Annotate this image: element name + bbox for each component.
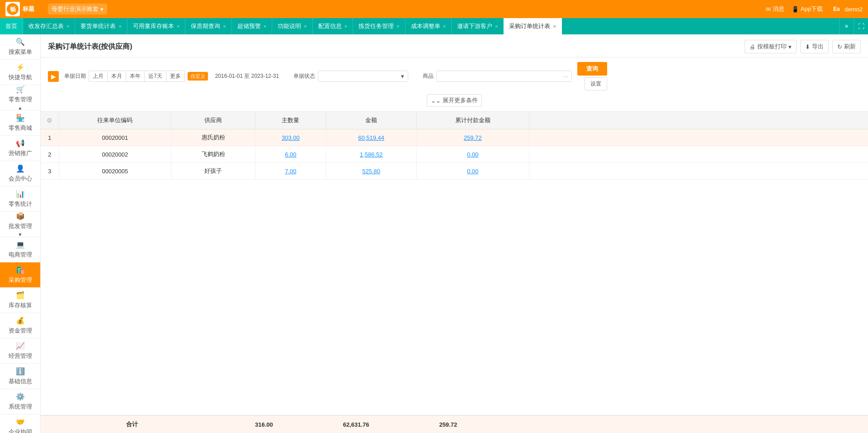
page-title: 采购订单统计表(按供应商) bbox=[48, 42, 132, 52]
cell-amount[interactable]: 1,586.52 bbox=[326, 146, 416, 163]
cell-qty[interactable]: 7.00 bbox=[255, 163, 326, 180]
retail-icon: 🛒 bbox=[16, 85, 25, 94]
sidebar-item-inventory[interactable]: 🗂️ 库存核算 bbox=[0, 288, 40, 313]
cell-amount[interactable]: 60,519.44 bbox=[326, 129, 416, 146]
username: demo2 bbox=[844, 6, 863, 13]
content-area: 采购订单统计表(按供应商) 🖨 按模板打印 ▾ ⬇ 导出 ↻ 刷新 bbox=[41, 34, 868, 433]
close-icon[interactable]: × bbox=[264, 24, 266, 29]
workspace-chevron: ▾ bbox=[100, 6, 104, 13]
close-tab-btn[interactable]: × bbox=[839, 18, 854, 34]
sidebar-item-system[interactable]: ⚙️ 系统管理 bbox=[0, 389, 40, 414]
date-btn-last-month[interactable]: 上月 bbox=[89, 71, 107, 82]
sidebar-search-label: 搜索菜单 bbox=[9, 48, 32, 56]
tab-baozhi[interactable]: 保质期查询 × bbox=[185, 18, 231, 34]
cell-qty[interactable]: 303.00 bbox=[255, 129, 326, 146]
workspace-selector[interactable]: 母婴行业演示账套 ▾ bbox=[48, 4, 107, 14]
refresh-icon: ↻ bbox=[837, 43, 842, 50]
date-btn-more[interactable]: 更多 bbox=[166, 71, 185, 82]
sidebar-item-quicknav[interactable]: ⚡ 快捷导航 bbox=[0, 60, 40, 85]
custom-date-tag[interactable]: 自定义 bbox=[188, 72, 208, 81]
fullscreen-btn[interactable]: ⛶ bbox=[854, 18, 868, 34]
sidebar-enterprise-label: 企业协同 bbox=[9, 428, 32, 433]
sidebar-item-members[interactable]: 👤 会员中心 bbox=[0, 161, 40, 186]
query-btn[interactable]: 查询 bbox=[577, 62, 607, 76]
date-btn-this-year[interactable]: 本年 bbox=[126, 71, 144, 82]
cell-paid[interactable]: 0.00 bbox=[416, 146, 529, 163]
close-icon[interactable]: × bbox=[344, 24, 347, 29]
tab-shofazun[interactable]: 收发存汇总表 × bbox=[23, 18, 75, 34]
sidebar-item-finance[interactable]: 💰 资金管理 bbox=[0, 313, 40, 338]
sidebar-item-search[interactable]: 🔍 搜索菜单 bbox=[0, 34, 40, 60]
cell-code: 00020005 bbox=[59, 163, 171, 180]
date-btn-7days[interactable]: 近7天 bbox=[144, 71, 166, 82]
data-table: ⚙ 往来单位编码 供应商 主数量 金额 累计付款金额 1 00020001 bbox=[41, 112, 868, 180]
sidebar-item-ecommerce[interactable]: 💻 电商管理 bbox=[0, 237, 40, 262]
refresh-btn[interactable]: ↻ 刷新 bbox=[832, 40, 861, 53]
tab-chengben[interactable]: 成本调整单 × bbox=[406, 18, 452, 34]
app-icon: 📱 bbox=[792, 6, 799, 13]
close-icon[interactable]: × bbox=[177, 24, 179, 29]
table-row: 1 00020001 惠氏奶粉 303.00 60,519.44 259.72 bbox=[41, 129, 868, 146]
sidebar-item-retail-mall[interactable]: 🏪 零售商城 bbox=[0, 110, 40, 136]
close-icon[interactable]: × bbox=[304, 24, 307, 29]
filter-row-1: ▶ 单据日期 上月 本月 本年 近7天 更多 自定义 2016-01-01 至 … bbox=[48, 62, 861, 90]
close-icon[interactable]: × bbox=[66, 24, 69, 29]
cell-paid[interactable]: 0.00 bbox=[416, 163, 529, 180]
chevron-down-icon: ⌄⌄ bbox=[431, 97, 441, 104]
search-icon: 🔍 bbox=[16, 38, 25, 46]
sidebar-item-retail-mgmt[interactable]: 🛒 零售管理 ▲ bbox=[0, 85, 40, 110]
sidebar-marketing-label: 营销推广 bbox=[9, 149, 32, 157]
toggle-filter-btn[interactable]: ▶ bbox=[48, 71, 59, 82]
cell-empty bbox=[529, 163, 868, 180]
sidebar-item-operations[interactable]: 📈 经营管理 bbox=[0, 338, 40, 364]
export-btn[interactable]: ⬇ 导出 bbox=[800, 40, 829, 53]
tab-yaoqing[interactable]: 邀请下游客户 × bbox=[452, 18, 504, 34]
stats-icon: 📊 bbox=[16, 190, 25, 198]
tab-yaohuo[interactable]: 要货单统计表 × bbox=[75, 18, 127, 34]
user-info[interactable]: Ea demo2 bbox=[830, 3, 863, 15]
settings-btn[interactable]: 设置 bbox=[585, 77, 607, 90]
tab-peizhi[interactable]: 配置信息 × bbox=[313, 18, 353, 34]
tab-jianhuo[interactable]: 拣货任务管理 × bbox=[353, 18, 405, 34]
date-btn-this-month[interactable]: 本月 bbox=[107, 71, 126, 82]
sidebar-item-basic-info[interactable]: ℹ️ 基础信息 bbox=[0, 364, 40, 389]
message-btn[interactable]: ✉ 消息 bbox=[766, 5, 784, 13]
cell-amount[interactable]: 525.80 bbox=[326, 163, 416, 180]
close-icon[interactable]: × bbox=[443, 24, 446, 29]
goods-filter-group: 商品 ··· bbox=[423, 71, 572, 82]
close-icon[interactable]: × bbox=[396, 24, 399, 29]
logo-area: 畅 标题 bbox=[5, 2, 46, 16]
tab-home[interactable]: 首页 bbox=[0, 18, 23, 34]
close-icon[interactable]: × bbox=[553, 24, 556, 29]
sidebar-item-enterprise[interactable]: 🤝 企业协同 bbox=[0, 414, 40, 433]
top-right: ✉ 消息 📱 App下载 Ea demo2 bbox=[766, 3, 863, 15]
tab-caigou-active[interactable]: 采购订单统计表 × bbox=[504, 18, 561, 34]
sidebar-item-wholesale[interactable]: 📦 批发管理 ▼ bbox=[0, 212, 40, 237]
logo-text: 标题 bbox=[23, 5, 34, 13]
goods-input[interactable]: ··· bbox=[436, 71, 572, 82]
sidebar-item-purchase[interactable]: 🛍️ 采购管理 bbox=[0, 262, 40, 288]
close-icon[interactable]: × bbox=[118, 24, 121, 29]
cell-qty[interactable]: 6.00 bbox=[255, 146, 326, 163]
expand-more-btn[interactable]: ⌄⌄ 展开更多条件 bbox=[427, 94, 482, 107]
quicknav-icon: ⚡ bbox=[16, 63, 25, 71]
template-print-btn[interactable]: 🖨 按模板打印 ▾ bbox=[745, 40, 797, 53]
app-download-btn[interactable]: 📱 App下载 bbox=[792, 5, 823, 13]
close-icon[interactable]: × bbox=[495, 24, 498, 29]
close-icon[interactable]: × bbox=[223, 24, 226, 29]
tab-gongneng[interactable]: 功能说明 × bbox=[272, 18, 312, 34]
tab-kuyong[interactable]: 可用量库存账本 × bbox=[127, 18, 185, 34]
th-paid: 累计付款金额 bbox=[416, 112, 529, 129]
sidebar-retail-stats-label: 零售统计 bbox=[9, 200, 32, 208]
marketing-icon: 📢 bbox=[16, 139, 25, 148]
column-settings-icon[interactable]: ⚙ bbox=[47, 117, 52, 124]
sidebar-item-retail-stats[interactable]: 📊 零售统计 bbox=[0, 186, 40, 212]
workspace-name: 母婴行业演示账套 bbox=[52, 5, 99, 13]
more-icon: ··· bbox=[563, 73, 568, 80]
tab-chaocun[interactable]: 超储预警 × bbox=[232, 18, 272, 34]
th-code: 往来单位编码 bbox=[59, 112, 171, 129]
cell-code: 00020002 bbox=[59, 146, 171, 163]
status-select[interactable]: ▾ bbox=[318, 71, 408, 82]
sidebar-item-marketing[interactable]: 📢 营销推广 bbox=[0, 136, 40, 161]
cell-paid[interactable]: 259.72 bbox=[416, 129, 529, 146]
